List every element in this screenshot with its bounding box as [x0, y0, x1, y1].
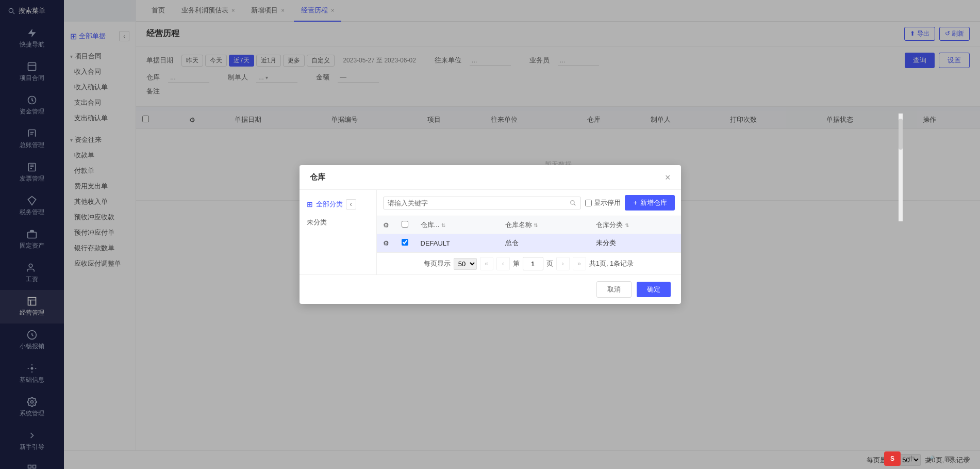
modal-confirm-button[interactable]: 确定	[637, 282, 671, 297]
modal-close-button[interactable]: ×	[665, 173, 671, 182]
wh-row-check[interactable]	[395, 234, 414, 252]
wh-select-all[interactable]	[402, 221, 408, 228]
warehouse-search-wrap	[383, 197, 581, 209]
modal-footer: 取消 确定	[300, 274, 681, 304]
show-disabled-checkbox[interactable]	[585, 200, 592, 206]
wh-row-code: DEFAULT	[414, 234, 499, 252]
wh-total-info: 共1页, 1条记录	[589, 259, 634, 268]
modal-body: ⊞ 全部分类 ‹ 未分类	[300, 190, 681, 274]
modal-title: 仓库	[310, 172, 325, 182]
warehouse-search-input[interactable]	[388, 199, 567, 207]
wh-first-page-btn[interactable]: «	[480, 257, 493, 270]
wh-pagination: 每页显示 50 « ‹ 第 页 › » 共1页, 1条记录	[377, 252, 681, 274]
wh-row-name: 总仓	[499, 234, 590, 252]
warehouse-table: ⚙ 仓库... ⇅ 仓库名称 ⇅	[377, 216, 681, 252]
category-all[interactable]: ⊞ 全部分类 ‹	[300, 195, 376, 214]
china-icon: 中	[905, 451, 919, 466]
category-all-label: 全部分类	[316, 200, 343, 209]
category-collapse-btn[interactable]: ‹	[346, 199, 356, 209]
wh-prev-page-btn[interactable]: ‹	[496, 257, 510, 270]
wh-page-input[interactable]	[523, 257, 543, 270]
mic-icon[interactable]: 🎤	[923, 451, 938, 466]
category-uncategorized[interactable]: 未分类	[300, 214, 376, 231]
wh-per-page-label: 每页显示	[424, 259, 451, 268]
wh-row-checkbox[interactable]	[402, 239, 408, 246]
logo-icon: S	[884, 451, 901, 466]
wh-col-category: 仓库分类 ⇅	[590, 216, 680, 234]
wh-page-label: 第	[513, 259, 520, 268]
wh-col-check	[395, 216, 414, 234]
modal-overlay: 仓库 × ⊞ 全部分类 ‹ 未分类	[0, 0, 980, 469]
add-warehouse-button[interactable]: ＋ 新增仓库	[625, 195, 675, 211]
wh-page-suffix: 页	[546, 259, 553, 268]
settings-tray-icon[interactable]: ⚙	[960, 451, 975, 466]
modal-cancel-button[interactable]: 取消	[596, 281, 632, 298]
wh-last-page-btn[interactable]: »	[573, 257, 586, 270]
bottom-right-icons: S 中 🎤 ⌨ ⚙	[884, 451, 975, 466]
wh-col-name: 仓库名称 ⇅	[499, 216, 590, 234]
wh-per-page-select[interactable]: 50	[454, 258, 477, 270]
table-row[interactable]: ⚙ DEFAULT 总仓 未分类	[377, 234, 681, 252]
keyboard-icon[interactable]: ⌨	[942, 451, 956, 466]
show-disabled-label[interactable]: 显示停用	[585, 198, 621, 207]
wh-row-settings: ⚙	[377, 234, 395, 252]
warehouse-panel: 显示停用 ＋ 新增仓库 ⚙ 仓库... ⇅	[377, 190, 681, 274]
warehouse-modal: 仓库 × ⊞ 全部分类 ‹ 未分类	[300, 165, 681, 304]
modal-header: 仓库 ×	[300, 165, 681, 190]
wh-col-code: 仓库... ⇅	[414, 216, 499, 234]
search-icon	[569, 199, 576, 206]
wh-col-settings: ⚙	[377, 216, 395, 234]
wh-row-category: 未分类	[590, 234, 680, 252]
category-panel: ⊞ 全部分类 ‹ 未分类	[300, 190, 377, 274]
warehouse-toolbar: 显示停用 ＋ 新增仓库	[377, 190, 681, 216]
wh-next-page-btn[interactable]: ›	[556, 257, 570, 270]
